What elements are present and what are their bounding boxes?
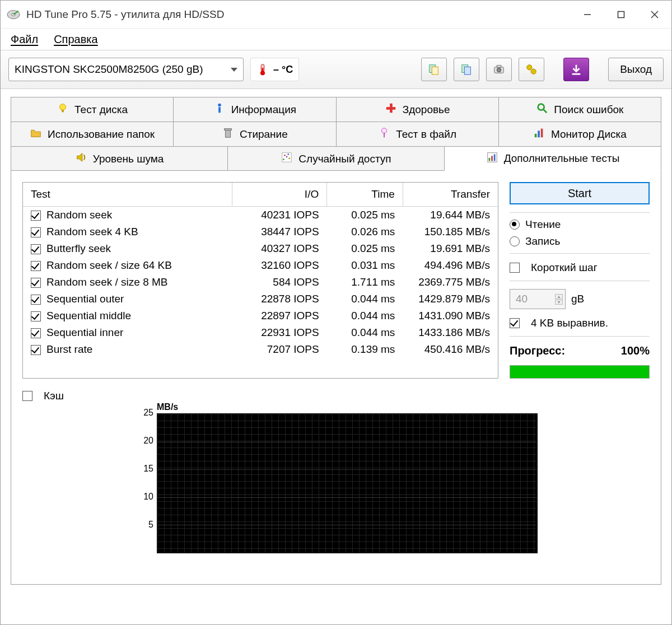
extra-icon [486,151,498,166]
copy-screenshot-button[interactable] [454,58,479,81]
row-checkbox[interactable] [31,295,41,305]
exit-button[interactable]: Выход [608,58,664,81]
content-area: Тест дискаИнформацияЗдоровьеПоиск ошибок… [1,89,671,624]
row-checkbox[interactable] [31,345,41,355]
copy-text-button[interactable] [421,58,447,81]
toolbar: KINGSTON SKC2500M8250G (250 gB) – °C Вых… [1,50,671,89]
progress-bar [510,365,650,379]
folder-icon [30,127,42,142]
menu-file[interactable]: Файл [11,33,38,46]
drive-label: KINGSTON SKC2500M8250G (250 gB) [15,63,203,76]
tab-health[interactable]: Здоровье [336,97,499,122]
temperature-box: – °C [250,58,299,81]
table-row: Sequential inner22931 IOPS0.044 ms1433.1… [23,324,498,341]
sound-icon [75,151,87,166]
cache-label: Кэш [44,390,64,402]
app-window: HD Tune Pro 5.75 - утилита для HD/SSD Фа… [0,0,672,625]
svg-rect-15 [497,66,501,68]
svg-rect-41 [488,157,490,161]
svg-rect-31 [535,134,537,137]
row-checkbox[interactable] [31,328,41,338]
transfer-chart: MB/s 510152025 [134,413,538,570]
save-button[interactable] [563,58,589,81]
svg-rect-27 [225,130,230,137]
svg-point-37 [283,158,284,160]
svg-rect-28 [225,129,232,130]
row-checkbox[interactable] [31,244,41,254]
maximize-button[interactable] [604,1,638,28]
svg-rect-42 [491,156,493,161]
tab-monitor[interactable]: Монитор Диска [498,122,661,146]
svg-rect-12 [464,67,470,74]
table-row: Random seek 4 KB38447 IOPS0.026 ms150.18… [23,223,498,240]
col-time[interactable]: Time [327,183,403,207]
tab-trash[interactable]: Стирание [173,122,336,146]
close-button[interactable] [638,1,671,28]
svg-rect-20 [62,110,64,113]
side-panel: Start Чтение Запись Короткий шаг 40 [510,182,650,379]
radio-read[interactable]: Чтение [510,218,650,231]
row-checkbox[interactable] [31,278,41,288]
svg-rect-33 [541,129,543,138]
svg-point-17 [531,69,536,74]
start-button[interactable]: Start [510,182,650,204]
col-transfer[interactable]: Transfer [403,183,498,207]
y-tick: 25 [134,408,153,418]
spinner-icon[interactable]: ▴▾ [555,294,563,305]
row-checkbox[interactable] [31,261,41,271]
svg-point-38 [289,157,291,159]
tab-info[interactable]: Информация [173,97,336,122]
y-tick: 5 [134,520,153,530]
svg-point-19 [60,104,66,110]
step-size-input[interactable]: 40 ▴▾ [510,289,566,309]
tab-extra[interactable]: Дополнительные тесты [444,146,661,171]
tab-filetest[interactable]: Тест в файл [336,122,499,146]
filetest-icon [378,127,390,142]
svg-point-39 [286,156,288,158]
drive-select[interactable]: KINGSTON SKC2500M8250G (250 gB) [8,58,244,81]
minimize-button[interactable] [571,1,604,28]
search-icon [536,102,548,117]
trash-icon [222,127,234,142]
tab-sound[interactable]: Уровень шума [11,146,228,171]
progress-value: 100% [621,344,650,357]
step-unit: gB [571,293,584,305]
table-row: Butterfly seek40327 IOPS0.025 ms19.691 M… [23,240,498,257]
svg-point-25 [538,104,544,110]
checkbox-cache[interactable] [22,391,32,401]
menu-help[interactable]: Справка [54,33,97,46]
mode-radio-group: Чтение Запись [510,212,650,254]
thermometer-icon [256,63,269,76]
title-bar: HD Tune Pro 5.75 - утилита для HD/SSD [1,1,671,29]
tab-random[interactable]: Случайный доступ [227,146,445,171]
y-tick: 20 [134,436,153,446]
svg-rect-8 [262,68,264,72]
monitor-icon [533,127,545,142]
tab-folder[interactable]: Использование папок [11,122,174,146]
svg-rect-24 [390,104,393,113]
svg-point-35 [284,155,286,156]
menu-bar: Файл Справка [1,29,671,50]
tab-search[interactable]: Поиск ошибок [498,97,661,122]
chevron-down-icon [231,68,237,72]
svg-rect-10 [432,67,438,74]
row-checkbox[interactable] [31,311,41,321]
table-row: Random seek / size 64 KB32160 IOPS0.031 … [23,257,498,274]
row-checkbox[interactable] [31,211,41,221]
options-button[interactable] [519,58,544,81]
checkbox-short-step[interactable] [510,263,520,273]
random-icon [281,151,293,166]
svg-rect-30 [384,133,385,137]
align-label: 4 KB выравнив. [531,317,608,329]
checkbox-4kb-align[interactable] [510,318,520,328]
save-screenshot-button[interactable] [486,58,512,81]
row-checkbox[interactable] [31,227,41,237]
col-test[interactable]: Test [23,183,232,207]
tab-bulb[interactable]: Тест диска [11,97,174,122]
svg-line-26 [544,110,547,113]
col-io[interactable]: I/O [232,183,327,207]
table-row: Sequential middle22897 IOPS0.044 ms1431.… [23,307,498,324]
radio-write[interactable]: Запись [510,235,650,248]
health-icon [385,102,397,117]
table-row: Random seek / size 8 MB584 IOPS1.711 ms2… [23,274,498,291]
